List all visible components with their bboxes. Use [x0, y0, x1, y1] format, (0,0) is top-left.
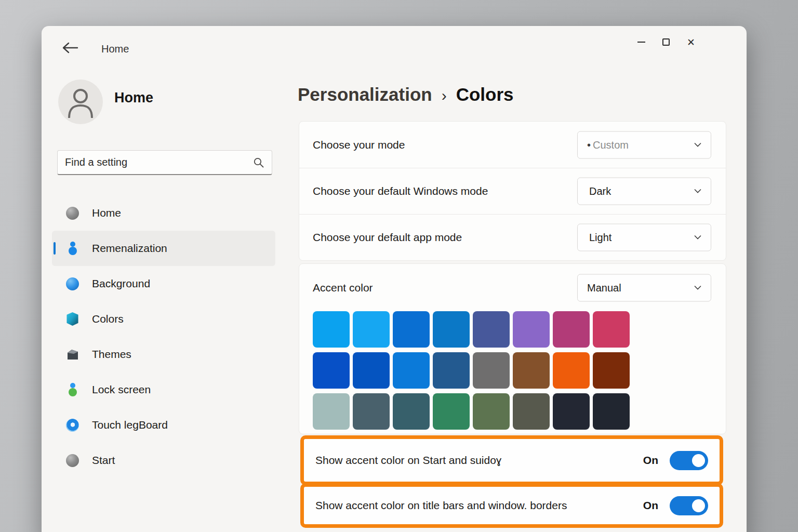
- setting-row-windows-mode: Choose your default Windows mode Dark: [299, 168, 726, 214]
- accent-swatch[interactable]: [473, 393, 510, 430]
- sidebar-item-colors[interactable]: Colors: [52, 301, 275, 337]
- touch-keyboard-icon: [65, 418, 79, 432]
- breadcrumb-personalization[interactable]: Personalization: [298, 81, 432, 108]
- dropdown-value: Dark: [589, 185, 694, 197]
- accent-swatch[interactable]: [313, 352, 350, 389]
- close-icon: ✕: [687, 37, 695, 47]
- close-button[interactable]: ✕: [679, 31, 703, 53]
- mode-settings-card: Choose your mode • Custom Choose your de…: [299, 121, 726, 261]
- dropdown-value: Custom: [593, 139, 694, 151]
- page-title: Colors: [456, 81, 514, 108]
- accent-swatch[interactable]: [353, 311, 390, 348]
- accent-swatch[interactable]: [433, 311, 470, 348]
- accent-color-dropdown[interactable]: Manual: [577, 274, 711, 302]
- accent-swatch[interactable]: [313, 311, 350, 348]
- accent-swatch[interactable]: [433, 393, 470, 430]
- accent-titlebar-toggle[interactable]: [670, 496, 708, 515]
- dropdown-value: Light: [589, 232, 694, 244]
- toggle-knob: [692, 499, 705, 512]
- lock-screen-person-icon: [65, 383, 79, 397]
- sidebar-item-start[interactable]: Start: [52, 443, 275, 478]
- back-button[interactable]: [61, 42, 79, 55]
- selection-indicator: [54, 242, 56, 255]
- accent-swatch[interactable]: [313, 393, 350, 430]
- dropdown-value: Manual: [587, 282, 694, 294]
- accent-swatch[interactable]: [553, 311, 590, 348]
- user-person-icon: [66, 86, 95, 118]
- accent-color-card: Accent color Manual: [299, 263, 726, 434]
- accent-swatch[interactable]: [553, 393, 590, 430]
- colors-cube-icon: [65, 312, 79, 326]
- toggle-row-titlebars: Show accent color on title bars and wind…: [304, 487, 720, 524]
- dropdown-bullet: •: [587, 139, 591, 151]
- mode-dropdown[interactable]: • Custom: [577, 131, 711, 158]
- toggle-state-text: On: [643, 499, 658, 512]
- sidebar-item-personalization[interactable]: Remenalization: [52, 231, 275, 266]
- chevron-down-icon: [694, 286, 701, 290]
- setting-row-accent-color: Accent color Manual: [299, 264, 726, 312]
- annotation-box-start-toggle: Show accent color on Start and suidoɣ On: [300, 435, 723, 485]
- back-arrow-icon: [62, 42, 78, 54]
- sidebar-item-label: Colors: [92, 313, 124, 325]
- setting-label: Accent color: [299, 282, 373, 294]
- window-controls: ✕: [629, 31, 703, 53]
- background-sphere-icon: [65, 277, 79, 291]
- sidebar-item-label: Start: [92, 454, 115, 467]
- accent-swatch[interactable]: [473, 352, 510, 389]
- search-icon: [253, 157, 264, 168]
- start-sphere-icon: [65, 454, 79, 468]
- accent-swatch[interactable]: [353, 352, 390, 389]
- accent-swatch[interactable]: [593, 393, 630, 430]
- accent-swatch[interactable]: [433, 352, 470, 389]
- toggle-label: Show accent color on Start and suidoɣ: [315, 454, 643, 467]
- windows-mode-dropdown[interactable]: Dark: [577, 178, 711, 205]
- chevron-down-icon: [694, 235, 701, 240]
- toggle-state-text: On: [643, 454, 658, 467]
- sidebar-item-themes[interactable]: Themes: [52, 337, 275, 372]
- accent-swatch[interactable]: [593, 352, 630, 389]
- accent-swatch[interactable]: [353, 393, 390, 430]
- home-sphere-icon: [65, 206, 79, 220]
- minimize-button[interactable]: [629, 31, 654, 53]
- sidebar-item-background[interactable]: Background: [52, 266, 275, 301]
- sidebar-item-label: Touch legBoard: [92, 419, 168, 431]
- toggle-label: Show accent color on title bars and wind…: [315, 499, 643, 512]
- sidebar-item-label: Themes: [92, 348, 131, 361]
- setting-row-app-mode: Choose your default app mode Light: [299, 214, 726, 260]
- accent-swatch[interactable]: [553, 352, 590, 389]
- sidebar-item-home[interactable]: Home: [52, 195, 275, 231]
- user-name: Home: [114, 87, 153, 108]
- setting-label: Choose your default Windows mode: [299, 185, 488, 197]
- app-mode-dropdown[interactable]: Light: [577, 224, 711, 251]
- accent-swatch[interactable]: [393, 352, 430, 389]
- accent-swatch[interactable]: [513, 393, 550, 430]
- avatar[interactable]: [58, 79, 103, 124]
- sidebar-item-label: Home: [92, 207, 121, 219]
- chevron-down-icon: [694, 142, 701, 147]
- setting-label: Choose your mode: [299, 139, 405, 151]
- toggle-knob: [692, 454, 705, 467]
- maximize-icon: [662, 38, 670, 46]
- minimize-icon: [637, 42, 645, 43]
- accent-swatch[interactable]: [513, 311, 550, 348]
- desktop-background: Home ✕ Home Find a setting: [0, 0, 798, 532]
- annotation-box-titlebar-toggle: Show accent color on title bars and wind…: [300, 483, 723, 528]
- personalization-person-icon: [65, 242, 79, 256]
- accent-swatch[interactable]: [593, 311, 630, 348]
- window-title: Home: [101, 43, 129, 55]
- maximize-button[interactable]: [654, 31, 679, 53]
- settings-window: Home ✕ Home Find a setting: [42, 26, 747, 532]
- accent-swatch[interactable]: [393, 311, 430, 348]
- accent-swatch[interactable]: [473, 311, 510, 348]
- sidebar-item-lock-screen[interactable]: Lock screen: [52, 372, 275, 407]
- chevron-down-icon: [694, 189, 701, 194]
- sidebar-nav: Home Remenalization Background Colors: [52, 195, 275, 478]
- sidebar-item-label: Remenalization: [92, 242, 167, 255]
- accent-swatch[interactable]: [393, 393, 430, 430]
- accent-start-toggle[interactable]: [670, 451, 708, 470]
- search-input[interactable]: Find a setting: [57, 150, 272, 175]
- setting-row-choose-mode: Choose your mode • Custom: [299, 122, 726, 168]
- setting-label: Choose your default app mode: [299, 231, 462, 244]
- accent-swatch[interactable]: [513, 352, 550, 389]
- sidebar-item-touch-keyboard[interactable]: Touch legBoard: [52, 407, 275, 443]
